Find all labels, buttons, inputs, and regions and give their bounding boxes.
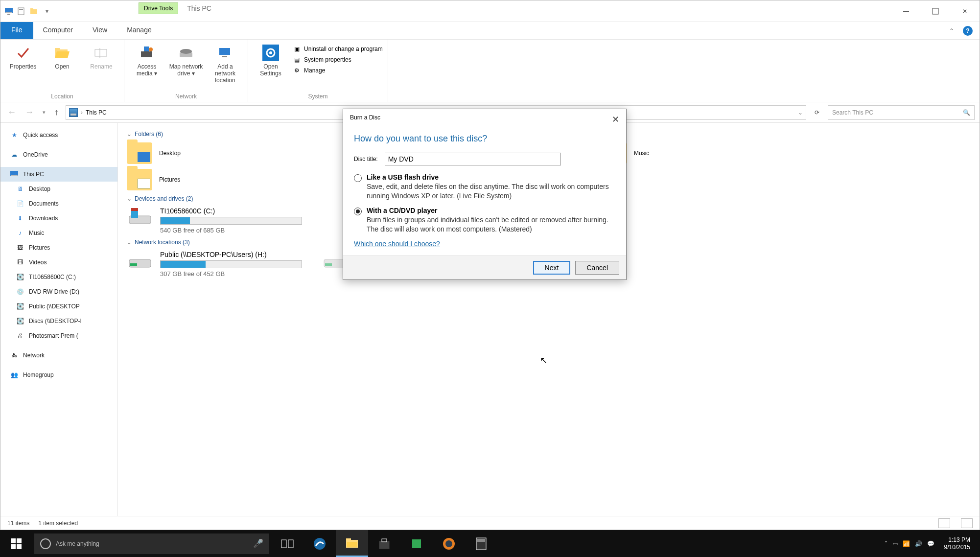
access-media-button[interactable]: Access media ▾ bbox=[129, 42, 164, 77]
drive-free: 540 GB free of 685 GB bbox=[160, 227, 302, 234]
taskbar-firefox[interactable] bbox=[433, 530, 465, 557]
refresh-button[interactable]: ⟳ bbox=[811, 109, 823, 116]
disc-title-input[interactable] bbox=[385, 153, 561, 165]
volume-icon[interactable]: 🔊 bbox=[915, 540, 922, 547]
tray-overflow-icon[interactable]: ˄ bbox=[885, 540, 887, 547]
dialog-close-button[interactable]: ✕ bbox=[612, 114, 619, 125]
sidebar-public[interactable]: 💽Public (\\DESKTOP bbox=[0, 299, 117, 314]
properties-icon[interactable] bbox=[16, 6, 27, 17]
svg-rect-41 bbox=[346, 538, 351, 541]
minimize-button[interactable]: — bbox=[891, 0, 921, 22]
monitor-icon bbox=[3, 6, 14, 17]
sidebar-music[interactable]: ♪Music bbox=[0, 226, 117, 240]
start-button[interactable] bbox=[0, 530, 32, 557]
open-settings-button[interactable]: Open Settings bbox=[253, 42, 288, 77]
system-properties-item[interactable]: ▤System properties bbox=[292, 55, 383, 64]
help-icon[interactable]: ? bbox=[963, 26, 973, 36]
view-tab[interactable]: View bbox=[83, 22, 117, 39]
radio-icon bbox=[354, 174, 362, 182]
radio-usb-option[interactable]: Like a USB flash drive Save, edit, and d… bbox=[354, 173, 615, 201]
burn-disc-dialog: Burn a Disc ✕ How do you want to use thi… bbox=[343, 109, 627, 280]
sidebar-drive-c[interactable]: 💽TI10658600C (C:) bbox=[0, 270, 117, 284]
svg-rect-6 bbox=[30, 9, 37, 14]
properties-button[interactable]: Properties bbox=[5, 42, 41, 70]
sidebar-onedrive[interactable]: ☁OneDrive bbox=[0, 147, 117, 162]
disc-title-label: Disc title: bbox=[354, 156, 378, 162]
sidebar-documents[interactable]: 📄Documents bbox=[0, 196, 117, 211]
sidebar-pictures[interactable]: 🖼Pictures bbox=[0, 240, 117, 255]
uninstall-item[interactable]: ▣Uninstall or change a program bbox=[292, 45, 383, 53]
svg-point-23 bbox=[269, 51, 272, 54]
up-button[interactable]: ↑ bbox=[52, 107, 61, 117]
radio-usb-title: Like a USB flash drive bbox=[367, 173, 615, 181]
taskbar-clock[interactable]: 1:13 PM 9/10/2015 bbox=[939, 536, 975, 551]
cursor-icon: ↖ bbox=[540, 355, 547, 366]
network-drive-icon: 💽 bbox=[15, 302, 25, 311]
star-icon: ★ bbox=[9, 130, 19, 140]
wifi-icon[interactable]: 📶 bbox=[903, 540, 910, 547]
dialog-title: Burn a Disc bbox=[350, 114, 380, 125]
taskbar-app-1[interactable] bbox=[400, 530, 433, 557]
taskbar-store[interactable] bbox=[368, 530, 400, 557]
qat-dropdown-icon[interactable]: ▾ bbox=[42, 6, 52, 17]
sidebar-this-pc[interactable]: This PC bbox=[0, 167, 117, 182]
network-drive-public[interactable]: Public (\\DESKTOP-PC\Users) (H:) 307 GB … bbox=[127, 251, 302, 278]
sidebar-downloads[interactable]: ⬇Downloads bbox=[0, 211, 117, 226]
which-one-link[interactable]: Which one should I choose? bbox=[354, 240, 440, 248]
sidebar-videos[interactable]: 🎞Videos bbox=[0, 255, 117, 270]
status-items: 11 items bbox=[7, 520, 29, 527]
svg-rect-28 bbox=[131, 208, 138, 211]
map-drive-button[interactable]: Map network drive ▾ bbox=[168, 42, 204, 77]
open-button[interactable]: Open bbox=[45, 42, 80, 70]
sidebar-quick-access[interactable]: ★Quick access bbox=[0, 128, 117, 142]
taskbar: Ask me anything 🎤 ˄ ▭ 📶 🔊 💬 1:13 PM 9/10… bbox=[0, 530, 980, 557]
folder-desktop[interactable]: Desktop bbox=[127, 142, 181, 164]
radio-cddvd-option[interactable]: With a CD/DVD player Burn files in group… bbox=[354, 207, 615, 234]
sidebar-item-label: Homegroup bbox=[23, 371, 54, 378]
monitor-network-icon bbox=[217, 45, 233, 61]
sidebar-dvd-drive[interactable]: 💿DVD RW Drive (D:) bbox=[0, 284, 117, 299]
sidebar-photosmart[interactable]: 🖨Photosmart Prem ( bbox=[0, 328, 117, 343]
sidebar-item-label: This PC bbox=[23, 171, 44, 178]
maximize-button[interactable] bbox=[921, 0, 950, 22]
drive-tools-tab[interactable]: Drive Tools bbox=[139, 2, 178, 14]
cortana-search[interactable]: Ask me anything 🎤 bbox=[34, 534, 269, 554]
drive-capacity-bar bbox=[160, 260, 302, 268]
rename-label: Rename bbox=[90, 63, 112, 70]
sidebar-desktop[interactable]: 🖥Desktop bbox=[0, 182, 117, 196]
forward-button[interactable]: → bbox=[23, 107, 36, 117]
back-button[interactable]: ← bbox=[5, 107, 18, 117]
details-view-button[interactable] bbox=[938, 518, 950, 528]
manage-tab[interactable]: Manage bbox=[117, 22, 162, 39]
mic-icon[interactable]: 🎤 bbox=[253, 538, 263, 549]
taskbar-calculator[interactable] bbox=[465, 530, 497, 557]
sidebar-item-label: Music bbox=[29, 230, 44, 236]
svg-rect-8 bbox=[933, 8, 938, 14]
printer-icon: 🖨 bbox=[15, 331, 25, 341]
task-view-button[interactable] bbox=[271, 530, 303, 557]
sidebar-network[interactable]: 🖧Network bbox=[0, 348, 117, 363]
cancel-button[interactable]: Cancel bbox=[575, 261, 619, 275]
new-folder-icon[interactable] bbox=[29, 6, 40, 17]
folder-pictures[interactable]: Pictures bbox=[127, 169, 180, 190]
manage-item[interactable]: ⚙Manage bbox=[292, 66, 383, 75]
sidebar-homegroup[interactable]: 👥Homegroup bbox=[0, 368, 117, 382]
svg-rect-1 bbox=[5, 12, 12, 13]
icons-view-button[interactable] bbox=[961, 518, 973, 528]
drive-icon bbox=[178, 45, 194, 61]
recent-dropdown[interactable]: ▾ bbox=[41, 109, 47, 116]
sidebar-discs[interactable]: 💽Discs (\\DESKTOP-I bbox=[0, 314, 117, 328]
file-tab[interactable]: File bbox=[0, 22, 33, 39]
taskbar-edge[interactable] bbox=[303, 530, 336, 557]
next-button[interactable]: Next bbox=[533, 261, 571, 275]
close-button[interactable]: ✕ bbox=[950, 0, 980, 22]
status-bar: 11 items 1 item selected bbox=[0, 516, 980, 530]
notifications-icon[interactable]: 💬 bbox=[927, 540, 934, 547]
folder-open-icon bbox=[54, 45, 70, 61]
battery-icon[interactable]: ▭ bbox=[892, 540, 898, 547]
collapse-ribbon-icon[interactable]: ⌃ bbox=[949, 27, 954, 34]
computer-tab[interactable]: Computer bbox=[33, 22, 83, 39]
taskbar-explorer[interactable] bbox=[336, 530, 368, 557]
search-box[interactable]: Search This PC 🔍 bbox=[828, 105, 975, 120]
add-network-location-button[interactable]: Add a network location bbox=[208, 42, 243, 84]
